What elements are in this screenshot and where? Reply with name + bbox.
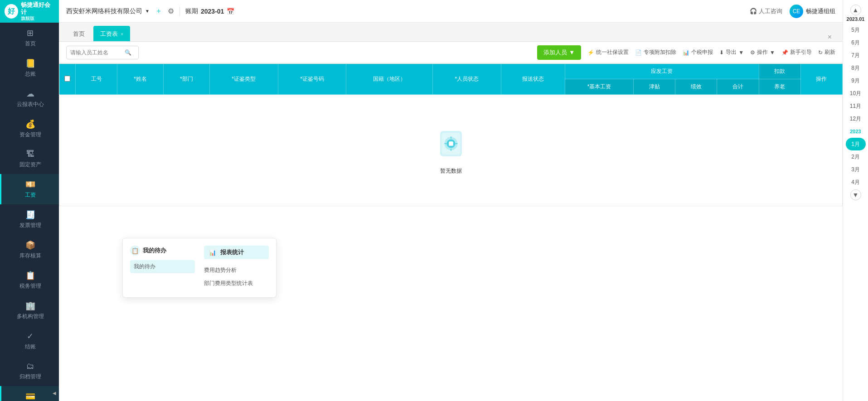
sidebar: 好 畅捷通好会计 旗舰版 ⊞ 首页 📒 总账 ☁ 云报表中心 💰 资金管理 🏗 … <box>0 0 59 401</box>
tab-close-icon[interactable]: × <box>121 31 123 37</box>
right-timeline: ▲ 2023.01 5月 6月 7月 8月 9月 10月 11月 12月 202… <box>843 0 868 401</box>
sidebar-item-archive[interactable]: 🗂 归档管理 <box>0 356 59 386</box>
period-value: 2023-01 <box>201 8 224 15</box>
social-insurance-btn[interactable]: ⚡ 统一社保设置 <box>587 48 629 56</box>
topbar-divider <box>179 7 180 16</box>
chevron-down-icon: ▼ <box>145 9 150 14</box>
sidebar-item-ledger[interactable]: 📒 总账 <box>0 53 59 83</box>
expense-icon: 💳 <box>25 391 35 401</box>
search-input[interactable] <box>70 49 125 56</box>
sidebar-item-cloud-report[interactable]: ☁ 云报表中心 <box>0 83 59 114</box>
th-country: 国籍（地区） <box>346 64 432 95</box>
sidebar-item-xiao-chang[interactable]: 💳 小畅报销 ◀ <box>0 386 59 401</box>
th-total: 合计 <box>717 79 759 95</box>
float-menu-report-item-1[interactable]: 费用趋势分析 <box>204 264 269 277</box>
timeline-month-4[interactable]: 4月 <box>846 176 866 188</box>
operation-btn[interactable]: ⚙ 操作 ▼ <box>750 48 775 56</box>
settings-icon[interactable]: ⚙ <box>168 7 174 15</box>
th-salary-group: 应发工资 <box>565 64 759 79</box>
settlement-icon: ✓ <box>27 331 34 341</box>
export-btn[interactable]: ⬇ 导出 ▼ <box>719 48 744 56</box>
timeline-month-11[interactable]: 11月 <box>846 100 866 112</box>
float-menu-report-header[interactable]: 📊 报表统计 <box>204 246 269 259</box>
sidebar-item-label: 工资 <box>25 191 36 199</box>
timeline-down-nav[interactable]: ▼ <box>850 189 861 200</box>
tax-icon: 📋 <box>25 271 35 280</box>
topbar-add-icon[interactable]: ＋ <box>155 6 162 16</box>
ledger-icon: 📒 <box>25 58 35 68</box>
sidebar-item-fixed-assets[interactable]: 🏗 固定资产 <box>0 144 59 174</box>
company-selector[interactable]: 西安虾米网络科技有限公司 ▼ <box>66 7 150 15</box>
timeline-month-3[interactable]: 3月 <box>846 163 866 176</box>
float-menu-todo-title: 我的待办 <box>143 246 166 255</box>
timeline-month-7[interactable]: 7月 <box>846 49 866 62</box>
tab-salary[interactable]: 工资表 × <box>93 26 130 41</box>
company-name: 西安虾米网络科技有限公司 <box>66 7 142 15</box>
sidebar-item-label: 固定资产 <box>19 161 41 169</box>
home-icon: ⊞ <box>27 28 34 38</box>
sidebar-item-label: 发票管理 <box>19 222 41 229</box>
timeline-month-1-current[interactable]: 1月 <box>846 138 866 150</box>
timeline-month-5[interactable]: 5月 <box>846 24 866 36</box>
sidebar-item-label: 归档管理 <box>19 373 41 381</box>
inventory-icon: 📦 <box>25 240 35 250</box>
toolbar: 🔍 添加人员 ▼ ⚡ 统一社保设置 📄 专项附加扣除 📊 个税申报 ⬇ 导出 <box>59 42 843 63</box>
tax-report-btn[interactable]: 📊 个税申报 <box>683 48 713 56</box>
sidebar-item-tax[interactable]: 📋 税务管理 <box>0 265 59 295</box>
invoice-icon: 🧾 <box>25 210 35 220</box>
refresh-icon: ↻ <box>818 49 823 56</box>
export-icon: ⬇ <box>719 49 724 56</box>
timeline-month-12[interactable]: 12月 <box>846 112 866 125</box>
th-pension: 养老 <box>759 79 800 95</box>
sidebar-item-label: 库存核算 <box>19 252 41 260</box>
social-label: 统一社保设置 <box>596 48 629 56</box>
refresh-btn[interactable]: ↻ 刷新 <box>818 48 835 56</box>
sidebar-item-fund[interactable]: 💰 资金管理 <box>0 114 59 144</box>
timeline-header: 2023.01 <box>847 16 865 22</box>
calendar-icon: 📅 <box>227 8 234 15</box>
timeline-month-10[interactable]: 10月 <box>846 87 866 100</box>
timeline-month-8[interactable]: 8月 <box>846 62 866 74</box>
sidebar-item-label: 多机构管理 <box>17 313 44 320</box>
sidebar-item-multi-org[interactable]: 🏢 多机构管理 <box>0 295 59 326</box>
float-menu-todo-col: 📋 我的待办 我的待办 <box>130 246 195 290</box>
sidebar-item-invoice[interactable]: 🧾 发票管理 <box>0 204 59 235</box>
add-person-button[interactable]: 添加人员 ▼ <box>537 45 581 60</box>
timeline-up-nav[interactable]: ▲ <box>850 5 861 15</box>
timeline-month-6[interactable]: 6月 <box>846 36 866 49</box>
toolbar-right: 添加人员 ▼ ⚡ 统一社保设置 📄 专项附加扣除 📊 个税申报 ⬇ 导出 ▼ ⚙ <box>537 45 835 60</box>
empty-icon <box>433 126 469 162</box>
float-menu-report-item-2[interactable]: 部门费用类型统计表 <box>204 277 269 290</box>
user-menu[interactable]: CE 畅捷通组组 <box>790 5 835 18</box>
th-checkbox[interactable] <box>59 64 76 95</box>
sidebar-item-settlement[interactable]: ✓ 结账 <box>0 326 59 356</box>
salary-table: 工号 *姓名 *部门 *证鉴类型 *证鉴号码 国籍（地区） *人员状态 报送状态… <box>59 63 843 206</box>
float-menu-report-title: 报表统计 <box>220 248 244 256</box>
new-guide-btn[interactable]: 📌 新手引导 <box>781 48 812 56</box>
customer-service[interactable]: 🎧 人工咨询 <box>750 7 782 15</box>
special-deduct-btn[interactable]: 📄 专项附加扣除 <box>635 48 676 56</box>
timeline-month-2[interactable]: 2月 <box>846 150 866 163</box>
float-menu-todo-item[interactable]: 我的待办 <box>130 260 195 273</box>
deduct-icon: 📄 <box>635 49 642 56</box>
guide-label: 新手引导 <box>790 48 812 56</box>
sidebar-item-inventory[interactable]: 📦 库存核算 <box>0 235 59 265</box>
headset-icon: 🎧 <box>750 8 757 14</box>
th-status: *人员状态 <box>432 64 501 95</box>
tab-home[interactable]: 首页 <box>66 26 92 41</box>
tab-close-btn[interactable]: × <box>824 33 835 41</box>
main-content: 西安虾米网络科技有限公司 ▼ ＋ ⚙ 账期 2023-01 📅 🎧 人工咨询 C… <box>59 0 843 401</box>
select-all-checkbox[interactable] <box>64 76 70 82</box>
float-menu: 📋 我的待办 我的待办 📊 报表统计 费用趋势分析 部门费用类型统计表 <box>122 238 276 298</box>
sidebar-item-label: 资金管理 <box>19 131 41 139</box>
search-box[interactable]: 🔍 <box>66 46 139 59</box>
sidebar-item-home[interactable]: ⊞ 首页 <box>0 23 59 53</box>
period-selector[interactable]: 账期 2023-01 📅 <box>185 7 234 15</box>
sidebar-item-salary[interactable]: 💴 工资 <box>0 174 59 204</box>
search-icon: 🔍 <box>125 49 131 56</box>
th-id: 工号 <box>76 64 117 95</box>
th-report-status: 报送状态 <box>501 64 565 95</box>
timeline-month-9[interactable]: 9月 <box>846 74 866 87</box>
th-dept: *部门 <box>163 64 209 95</box>
empty-state: 暂无数据 <box>64 98 838 202</box>
